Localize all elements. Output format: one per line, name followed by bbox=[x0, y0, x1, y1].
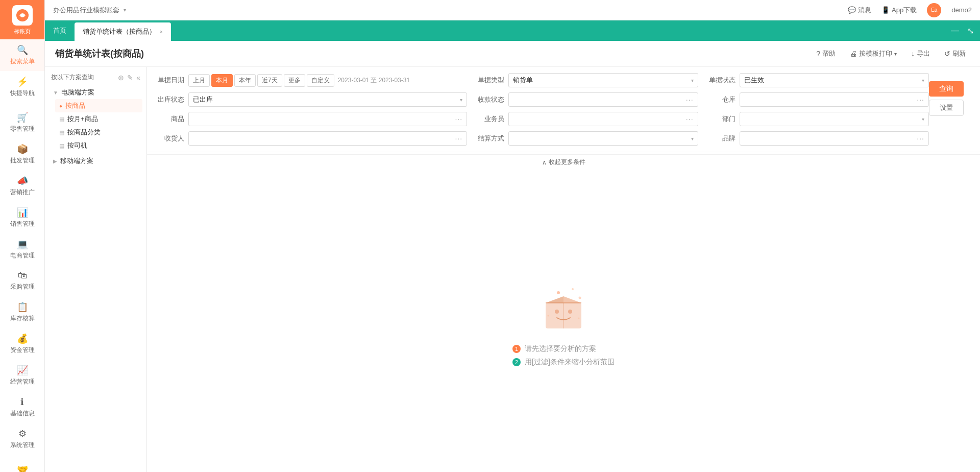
app-title-arrow[interactable]: ▾ bbox=[124, 7, 126, 13]
payment-select[interactable]: ··· bbox=[508, 92, 698, 107]
sidebar-logo-text: 标账页 bbox=[14, 28, 31, 35]
help-btn[interactable]: ? 帮助 bbox=[812, 47, 840, 60]
page-header: 销货单统计表(按商品) ? 帮助 🖨 按模板打印 ▾ ↓ 导出 ↺ 刷新 bbox=[45, 41, 980, 67]
collapse-panel-btn[interactable]: « bbox=[136, 74, 140, 82]
sidebar-item-search[interactable]: 🔍 搜索菜单 bbox=[0, 39, 44, 71]
print-btn[interactable]: 🖨 按模板打印 ▾ bbox=[846, 47, 901, 60]
tree-group-desktop[interactable]: ▼ 电脑端方案 bbox=[49, 86, 142, 99]
sidebar-item-marketing[interactable]: 📣 营销推广 bbox=[0, 170, 44, 202]
sidebar-item-enterprise[interactable]: 🤝 企业协同 bbox=[0, 459, 44, 472]
app-download-btn[interactable]: 📱 App下载 bbox=[881, 6, 917, 15]
receiver-select[interactable]: ··· bbox=[188, 131, 467, 146]
sidebar-item-system[interactable]: ⚙ 系统管理 bbox=[0, 423, 44, 455]
date-btn-this-month[interactable]: 本月 bbox=[211, 74, 233, 87]
marketing-icon: 📣 bbox=[17, 175, 28, 186]
filter-outstatus-field: 出库状态 已出库 ▾ bbox=[155, 92, 467, 107]
help-icon: ? bbox=[816, 50, 820, 58]
tree-group-mobile[interactable]: ▶ 移动端方案 bbox=[49, 154, 142, 168]
tab-maximize-btn[interactable]: ⤡ bbox=[965, 24, 976, 38]
sidebar-item-inventory-label: 库存核算 bbox=[10, 314, 35, 323]
doctype-label: 单据类型 bbox=[475, 76, 508, 85]
tip-num-1: 1 bbox=[512, 345, 521, 353]
sidebar-item-finance[interactable]: 💰 资金管理 bbox=[0, 328, 44, 360]
tree-item-by-category-label: 按商品分类 bbox=[67, 128, 101, 137]
department-arrow: ▾ bbox=[922, 116, 924, 122]
export-btn[interactable]: ↓ 导出 bbox=[907, 47, 934, 60]
date-btn-last-month[interactable]: 上月 bbox=[188, 74, 210, 87]
tree-item-by-goods[interactable]: ● 按商品 bbox=[55, 99, 142, 112]
docstatus-select[interactable]: 已生效 ▾ bbox=[740, 73, 929, 87]
filter-row-2: 出库状态 已出库 ▾ 收款状态 ··· bbox=[155, 92, 929, 107]
sidebar-item-ecommerce[interactable]: 💻 电商管理 bbox=[0, 233, 44, 265]
filter-department-field: 部门 ▾ bbox=[706, 112, 929, 126]
sidebar-item-purchase-label: 采购管理 bbox=[10, 282, 35, 291]
date-btn-custom[interactable]: 自定义 bbox=[307, 74, 334, 87]
salesperson-dots: ··· bbox=[686, 115, 694, 123]
wholesale-icon: 📦 bbox=[17, 144, 28, 155]
outstatus-value: 已出库 bbox=[193, 95, 460, 104]
sidebar-item-inventory[interactable]: 📋 库存核算 bbox=[0, 296, 44, 328]
print-icon: 🖨 bbox=[850, 50, 857, 58]
sidebar-item-purchase[interactable]: 🛍 采购管理 bbox=[0, 265, 44, 296]
sidebar-item-quick-nav[interactable]: ⚡ 快捷导航 bbox=[0, 71, 44, 103]
message-btn[interactable]: 💬 消息 bbox=[848, 6, 871, 15]
query-btn[interactable]: 查询 bbox=[929, 81, 964, 97]
filter-date-field: 单据日期 上月 本月 本年 近7天 更多 自定义 2023-03-01 至 20… bbox=[155, 74, 467, 87]
tip-num-2: 2 bbox=[512, 358, 521, 366]
export-icon: ↓ bbox=[911, 50, 915, 58]
add-scheme-btn[interactable]: ⊕ bbox=[118, 74, 124, 82]
collapse-bar[interactable]: ∧ 收起更多条件 bbox=[147, 154, 980, 170]
empty-state: 1 请先选择要分析的方案 2 用[过滤]条件来缩小分析范围 bbox=[147, 170, 980, 472]
department-label: 部门 bbox=[706, 114, 740, 124]
empty-illustration bbox=[533, 275, 594, 336]
tree-arrow-desktop: ▼ bbox=[53, 90, 58, 96]
filter-row-1: 单据日期 上月 本月 本年 近7天 更多 自定义 2023-03-01 至 20… bbox=[155, 73, 929, 87]
salesperson-select[interactable]: ··· bbox=[508, 112, 698, 126]
sidebar-item-management[interactable]: 📈 经营管理 bbox=[0, 360, 44, 391]
ecommerce-icon: 💻 bbox=[17, 239, 28, 250]
sidebar-item-quick-nav-label: 快捷导航 bbox=[10, 89, 35, 98]
goods-select[interactable]: ··· bbox=[188, 112, 467, 126]
quick-nav-icon: ⚡ bbox=[17, 76, 28, 87]
tree-item-by-month-goods-label: 按月+商品 bbox=[67, 114, 98, 124]
svg-point-8 bbox=[555, 310, 559, 314]
brand-select[interactable]: ··· bbox=[740, 131, 929, 146]
receiver-dots: ··· bbox=[455, 134, 462, 143]
tab-close-icon[interactable]: × bbox=[160, 29, 163, 35]
inventory-icon: 📋 bbox=[17, 301, 28, 313]
sidebar-item-basic-info[interactable]: ℹ 基础信息 bbox=[0, 391, 44, 423]
tree-item-by-month-goods[interactable]: ▤ 按月+商品 bbox=[55, 112, 142, 126]
settings-btn[interactable]: 设置 bbox=[929, 100, 964, 116]
tree-item-by-category[interactable]: ▤ 按商品分类 bbox=[55, 126, 142, 139]
tree-group-desktop-label: 电脑端方案 bbox=[61, 88, 94, 97]
sidebar-item-retail[interactable]: 🛒 零售管理 bbox=[0, 107, 44, 138]
refresh-btn[interactable]: ↺ 刷新 bbox=[940, 47, 970, 60]
main-area: 办公用品行业模拟账套 ▾ 💬 消息 📱 App下载 Ea demo2 首页 销货… bbox=[45, 0, 980, 472]
finance-icon: 💰 bbox=[17, 333, 28, 344]
tree-item-by-driver-label: 按司机 bbox=[67, 141, 87, 150]
user-avatar[interactable]: Ea bbox=[927, 3, 941, 17]
settlement-select[interactable]: ▾ bbox=[508, 131, 698, 146]
export-label: 导出 bbox=[917, 49, 930, 58]
filter-warehouse-field: 仓库 ··· bbox=[706, 92, 929, 107]
tab-home[interactable]: 首页 bbox=[45, 20, 75, 41]
warehouse-select[interactable]: ··· bbox=[740, 92, 929, 107]
sidebar-item-wholesale[interactable]: 📦 批发管理 bbox=[0, 138, 44, 170]
sidebar-logo[interactable]: 标账页 bbox=[0, 0, 44, 39]
edit-scheme-btn[interactable]: ✎ bbox=[127, 74, 133, 82]
sidebar-item-sales[interactable]: 📊 销售管理 bbox=[0, 202, 44, 233]
date-btn-this-year[interactable]: 本年 bbox=[234, 74, 256, 87]
docstatus-value: 已生效 bbox=[744, 76, 922, 85]
print-label: 按模板打印 bbox=[859, 49, 892, 58]
tab-active-sales-stats[interactable]: 销货单统计表（按商品） × bbox=[75, 22, 171, 41]
top-header-left: 办公用品行业模拟账套 ▾ bbox=[53, 6, 126, 15]
search-buttons: 查询 设置 bbox=[929, 73, 972, 116]
department-select[interactable]: ▾ bbox=[740, 112, 929, 126]
date-btn-more[interactable]: 更多 bbox=[284, 74, 305, 87]
tree-item-by-driver[interactable]: ▤ 按司机 bbox=[55, 139, 142, 152]
doctype-select[interactable]: 销货单 ▾ bbox=[508, 73, 698, 87]
date-btn-7days[interactable]: 近7天 bbox=[257, 74, 282, 87]
tab-minimize-btn[interactable]: — bbox=[949, 24, 961, 37]
empty-tip-2: 2 用[过滤]条件来缩小分析范围 bbox=[512, 358, 615, 367]
outstatus-select[interactable]: 已出库 ▾ bbox=[188, 92, 467, 107]
